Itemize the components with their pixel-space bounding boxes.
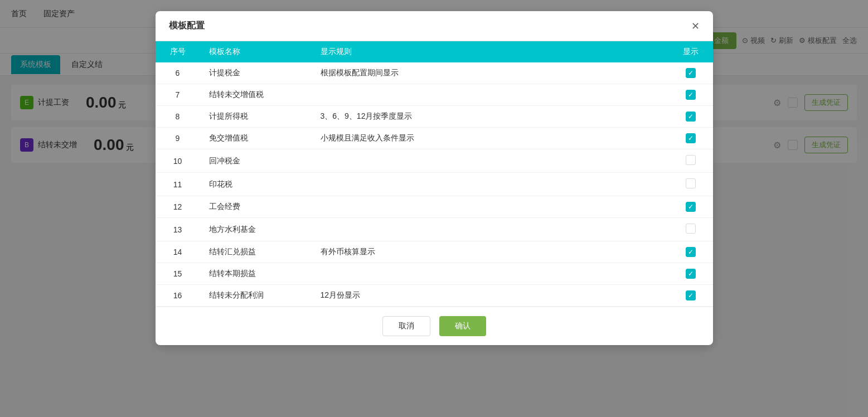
row-10-checkbox[interactable] <box>686 290 696 300</box>
row-3-id: 9 <box>156 128 200 149</box>
modal-body: 序号 模板名称 显示规则 显示 6计提税金根据模板配置期间显示7结转未交增值税8… <box>156 41 713 307</box>
row-0-checkbox[interactable] <box>686 68 696 78</box>
row-3-name: 免交增值税 <box>200 128 312 149</box>
confirm-button[interactable]: 确认 <box>439 316 486 336</box>
cancel-button[interactable]: 取消 <box>382 316 430 336</box>
table-row: 8计提所得税3、6、9、12月按季度显示 <box>156 106 713 128</box>
table-row: 10回冲税金 <box>156 149 713 173</box>
row-1-rule <box>312 84 668 106</box>
row-0-name: 计提税金 <box>200 62 312 84</box>
row-10-check <box>668 285 713 307</box>
row-3-check <box>668 128 713 149</box>
row-4-check <box>668 149 713 173</box>
modal-template-config: 模板配置 ✕ 序号 模板名称 显示规则 显示 6计提税金根据模板配置期间显 <box>156 11 713 345</box>
table-row: 11印花税 <box>156 173 713 196</box>
row-10-name: 结转未分配利润 <box>200 285 312 307</box>
table-row: 13地方水利基金 <box>156 218 713 241</box>
row-7-checkbox[interactable] <box>686 224 696 234</box>
table-row: 9免交增值税小规模且满足收入条件显示 <box>156 128 713 149</box>
row-7-check <box>668 218 713 241</box>
row-1-checkbox[interactable] <box>686 90 696 100</box>
row-7-rule <box>312 218 668 241</box>
col-header-show: 显示 <box>668 41 713 62</box>
row-5-rule <box>312 173 668 196</box>
table-header-row: 序号 模板名称 显示规则 显示 <box>156 41 713 62</box>
table-scroll-area[interactable]: 序号 模板名称 显示规则 显示 6计提税金根据模板配置期间显示7结转未交增值税8… <box>156 41 713 307</box>
row-5-checkbox[interactable] <box>686 178 696 188</box>
modal-overlay: 模板配置 ✕ 序号 模板名称 显示规则 显示 6计提税金根据模板配置期间显 <box>0 0 868 417</box>
modal-header: 模板配置 ✕ <box>156 11 713 41</box>
row-1-name: 结转未交增值税 <box>200 84 312 106</box>
col-header-rule: 显示规则 <box>312 41 668 62</box>
row-2-checkbox[interactable] <box>686 111 696 122</box>
row-8-check <box>668 241 713 263</box>
row-8-checkbox[interactable] <box>686 247 696 257</box>
row-9-checkbox[interactable] <box>686 269 696 279</box>
config-table: 序号 模板名称 显示规则 显示 6计提税金根据模板配置期间显示7结转未交增值税8… <box>156 41 713 307</box>
table-row: 12工会经费 <box>156 196 713 218</box>
col-header-id: 序号 <box>156 41 200 62</box>
table-row: 16结转未分配利润12月份显示 <box>156 285 713 307</box>
row-8-name: 结转汇兑损益 <box>200 241 312 263</box>
table-row: 14结转汇兑损益有外币核算显示 <box>156 241 713 263</box>
row-7-id: 13 <box>156 218 200 241</box>
row-6-rule <box>312 196 668 218</box>
modal-footer: 取消 确认 <box>156 307 713 345</box>
row-2-name: 计提所得税 <box>200 106 312 128</box>
row-2-rule: 3、6、9、12月按季度显示 <box>312 106 668 128</box>
row-4-id: 10 <box>156 149 200 173</box>
row-1-id: 7 <box>156 84 200 106</box>
row-8-rule: 有外币核算显示 <box>312 241 668 263</box>
row-5-id: 11 <box>156 173 200 196</box>
row-6-check <box>668 196 713 218</box>
row-10-rule: 12月份显示 <box>312 285 668 307</box>
row-6-checkbox[interactable] <box>686 202 696 212</box>
row-7-name: 地方水利基金 <box>200 218 312 241</box>
modal-title: 模板配置 <box>169 20 205 32</box>
row-4-rule <box>312 149 668 173</box>
row-4-name: 回冲税金 <box>200 149 312 173</box>
row-5-check <box>668 173 713 196</box>
row-0-id: 6 <box>156 62 200 84</box>
table-row: 6计提税金根据模板配置期间显示 <box>156 62 713 84</box>
row-0-rule: 根据模板配置期间显示 <box>312 62 668 84</box>
col-header-name: 模板名称 <box>200 41 312 62</box>
row-1-check <box>668 84 713 106</box>
row-9-rule <box>312 263 668 285</box>
row-9-id: 15 <box>156 263 200 285</box>
row-3-rule: 小规模且满足收入条件显示 <box>312 128 668 149</box>
row-6-name: 工会经费 <box>200 196 312 218</box>
row-2-check <box>668 106 713 128</box>
table-body: 6计提税金根据模板配置期间显示7结转未交增值税8计提所得税3、6、9、12月按季… <box>156 62 713 307</box>
row-9-check <box>668 263 713 285</box>
row-6-id: 12 <box>156 196 200 218</box>
row-5-name: 印花税 <box>200 173 312 196</box>
row-4-checkbox[interactable] <box>686 155 696 165</box>
row-8-id: 14 <box>156 241 200 263</box>
row-9-name: 结转本期损益 <box>200 263 312 285</box>
modal-close-button[interactable]: ✕ <box>691 21 700 31</box>
table-row: 7结转未交增值税 <box>156 84 713 106</box>
row-3-checkbox[interactable] <box>686 133 696 143</box>
row-0-check <box>668 62 713 84</box>
row-10-id: 16 <box>156 285 200 307</box>
table-row: 15结转本期损益 <box>156 263 713 285</box>
row-2-id: 8 <box>156 106 200 128</box>
